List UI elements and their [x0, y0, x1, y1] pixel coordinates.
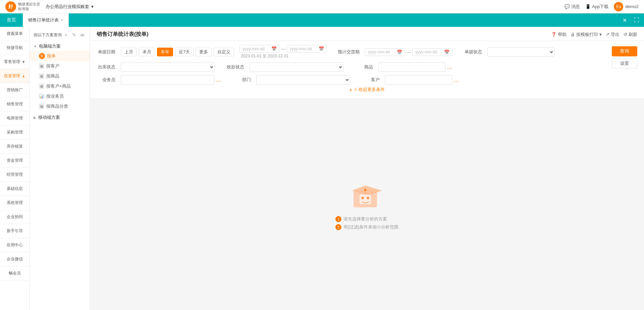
product-input[interactable]: [378, 62, 445, 72]
sidebar-item-sales-mgmt[interactable]: 销售管理: [0, 97, 29, 111]
sidebar-item-purchase[interactable]: 采购管理: [0, 125, 29, 140]
pc-scheme-group: ▼ 电脑端方案 按 按单 ⊞ 按客户 ⊞ 按商品 ⊞ 按客户+商品: [30, 42, 90, 111]
scheme-item-by-order[interactable]: 按 按单: [30, 51, 90, 61]
forecast-start-input[interactable]: yyyy-mm-dd 📅: [365, 48, 405, 56]
sidebar-item-marketing[interactable]: 营销推广: [0, 83, 29, 97]
dept-select[interactable]: [256, 75, 350, 85]
pc-group-title[interactable]: ▼ 电脑端方案: [30, 42, 90, 51]
main-content: 1 请先选择要分析的方案 2 用[过滤]条件来缩小分析范围: [90, 99, 644, 310]
sidebar-item-quick-nav[interactable]: 快捷导航: [0, 41, 29, 55]
salesperson-label: 业务员: [97, 77, 115, 83]
mobile-scheme-group: ▶ 移动端方案: [30, 113, 90, 122]
tab-close-all-button[interactable]: ✕: [620, 15, 629, 25]
chevron-up-icon: ∧: [349, 87, 353, 92]
left-panel-header: 按以下方案查询 + ✎ ≪: [30, 30, 90, 40]
template-print-button[interactable]: 🖨 按模板打印 ▾: [571, 32, 602, 38]
chevron-down-icon: ▾: [599, 32, 602, 37]
tab-expand-button[interactable]: ⛶: [632, 15, 641, 25]
status-select[interactable]: [487, 47, 554, 57]
scheme-customer-icon: ⊞: [39, 63, 44, 69]
forecast-end-input[interactable]: yyyy-mm-dd 📅: [412, 48, 452, 56]
salesperson-input[interactable]: [121, 75, 215, 85]
sidebar-item-newbie[interactable]: 新手引导: [0, 224, 29, 238]
customer-more-button[interactable]: …: [453, 77, 459, 83]
scheme-product-icon: ⊞: [39, 73, 44, 79]
tab-sales-order-stats[interactable]: 销售订单统计表 ×: [23, 13, 69, 27]
product-label: 商品: [354, 64, 373, 70]
sidebar-item-collab[interactable]: 企业协同: [0, 210, 29, 224]
query-button[interactable]: 查询: [612, 46, 637, 56]
sidebar-item-wholesale[interactable]: 批发管理 ▲: [0, 69, 29, 83]
product-more-button[interactable]: …: [447, 64, 452, 70]
sidebar-item-ecommerce[interactable]: 电商管理: [0, 111, 29, 125]
app-download-button[interactable]: 📱 App下载: [585, 4, 608, 10]
chevron-up-icon: ▲: [22, 74, 25, 78]
collapse-panel-button[interactable]: ≪: [79, 32, 86, 38]
content: 按以下方案查询 + ✎ ≪ ▼ 电脑端方案 按 按单 ⊞ 按客: [30, 27, 644, 310]
tab-close-button[interactable]: ×: [61, 18, 63, 22]
delivery-status-label: 出库状态: [97, 64, 115, 70]
settings-button[interactable]: 设置: [612, 58, 637, 68]
sidebar-item-basics[interactable]: 基础信息: [0, 182, 29, 196]
date-btn-lastmonth[interactable]: 上月: [121, 48, 137, 56]
scheme-item-by-salesperson[interactable]: 📊 按业务员: [30, 91, 90, 101]
refresh-button[interactable]: ↺ 刷新: [624, 32, 637, 38]
message-button[interactable]: 💬 消息: [565, 4, 580, 10]
collapse-filter-button[interactable]: ∧ ∧ 收起更多条件: [97, 85, 637, 95]
delivery-status-select[interactable]: [121, 62, 215, 72]
date-btn-custom[interactable]: 自定义: [214, 48, 234, 56]
date-btn-last7days[interactable]: 近7天: [175, 48, 194, 56]
scheme-customer-product-icon: ⊞: [39, 84, 44, 89]
payment-status-select[interactable]: [250, 62, 343, 72]
top-actions: 💬 消息 📱 App下载 Ea demo2: [565, 2, 639, 11]
scheme-item-by-category[interactable]: ⊞ 按商品分类: [30, 101, 90, 111]
date-start-input[interactable]: yyyy-mm-dd 📅: [239, 45, 280, 53]
tab-bar-right-actions: ✕ ⛶: [620, 13, 644, 27]
date-label: 单据日期: [97, 49, 115, 55]
chevron-down-icon[interactable]: ▾: [91, 4, 94, 9]
logo: 好 畅捷通好生意 标准版: [5, 1, 40, 12]
date-range-inputs: yyyy-mm-dd 📅 — yyyy-mm-dd 📅: [239, 45, 327, 53]
mobile-group-title[interactable]: ▶ 移动端方案: [30, 113, 90, 122]
scheme-salesperson-icon: 📊: [39, 94, 44, 99]
logo-icon: 好: [5, 1, 16, 12]
add-scheme-button[interactable]: +: [63, 32, 69, 38]
sidebar-item-app-center[interactable]: 应用中心: [0, 238, 29, 252]
page-actions: ❓ 帮助 🖨 按模板打印 ▾ ↗ 导出 ↺ 刷新: [551, 32, 637, 38]
scheme-item-by-customer[interactable]: ⊞ 按客户: [30, 61, 90, 71]
right-panel: 销售订单统计表(按单) ❓ 帮助 🖨 按模板打印 ▾ ↗ 导出: [90, 27, 644, 310]
logo-text: 畅捷通好生意 标准版: [18, 2, 40, 11]
help-button[interactable]: ❓ 帮助: [551, 32, 567, 38]
scheme-item-by-product[interactable]: ⊞ 按商品: [30, 71, 90, 81]
sidebar-item-inventory[interactable]: 库存核算: [0, 140, 29, 154]
date-end-input[interactable]: yyyy-mm-dd 📅: [287, 45, 327, 53]
export-button[interactable]: ↗ 导出: [606, 32, 620, 38]
sidebar-item-retail[interactable]: 零售管理 ▼: [0, 55, 29, 69]
top-bar: 好 畅捷通好生意 标准版 办公用品行业模拟账套 ▾ 💬 消息 📱 App下载 E…: [0, 0, 644, 13]
status-select-wrapper: ▾: [487, 47, 554, 57]
sidebar-item-search-menu[interactable]: 搜索菜单: [0, 27, 29, 41]
tip-number-2: 2: [335, 224, 341, 230]
sidebar-item-wechat[interactable]: 企业微信: [0, 252, 29, 266]
filter-row-1: 单据日期 上月 本月 本年 近7天 更多 自定义: [97, 45, 606, 59]
sidebar-item-member[interactable]: 畅会员: [0, 266, 29, 280]
sidebar-item-system[interactable]: 系统管理: [0, 196, 29, 210]
date-range-display: 2023-01-01 至 2023-12-31: [241, 53, 327, 59]
sidebar-item-operations[interactable]: 经营管理: [0, 168, 29, 182]
date-btn-more[interactable]: 更多: [196, 48, 212, 56]
left-panel-actions: + ✎ ≪: [63, 32, 86, 38]
edit-scheme-button[interactable]: ✎: [71, 32, 77, 38]
forecast-range-inputs: yyyy-mm-dd 📅 — yyyy-mm-dd 📅: [365, 48, 452, 56]
user-profile[interactable]: Ea demo2: [614, 2, 639, 11]
date-btn-thisyear[interactable]: 本年: [157, 48, 173, 56]
tab-home[interactable]: 首页: [0, 13, 23, 27]
date-btn-thismonth[interactable]: 本月: [139, 48, 155, 56]
salesperson-more-button[interactable]: …: [216, 77, 221, 83]
scheme-item-by-customer-product[interactable]: ⊞ 按客户+商品: [30, 81, 90, 91]
customer-input[interactable]: [385, 75, 452, 85]
page-header: 销售订单统计表(按单) ❓ 帮助 🖨 按模板打印 ▾ ↗ 导出: [90, 27, 644, 41]
chevron-down-icon: ▼: [22, 60, 25, 64]
sidebar-item-finance[interactable]: 资金管理: [0, 154, 29, 168]
dept-select-wrapper: ▾: [256, 75, 350, 85]
filter-row-3: 业务员 … 部门 ▾: [97, 75, 606, 85]
